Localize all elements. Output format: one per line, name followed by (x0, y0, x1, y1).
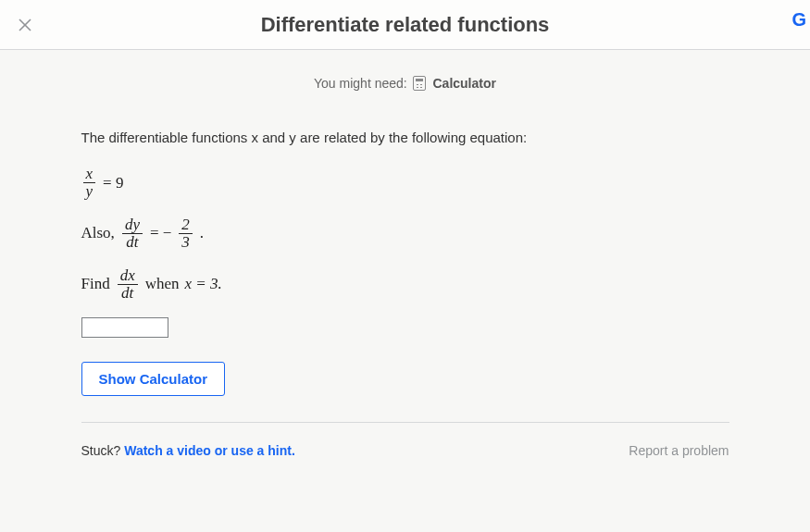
equation-3: Find dx dt when x = 3. (81, 267, 729, 302)
eq2-num: dy (122, 217, 143, 233)
eq3-prefix: Find (81, 275, 110, 293)
eq2-suffix: . (200, 224, 204, 242)
eq3-num: dx (118, 267, 138, 284)
eq1-num: x (83, 166, 96, 182)
eq2-prefix: Also, (81, 224, 115, 242)
eq1-den: y (83, 183, 96, 200)
eq3-den: dt (118, 285, 136, 302)
calculator-icon (413, 76, 426, 91)
equation-2: Also, dy dt = − 2 3 . (81, 217, 729, 251)
eq3-cond: x = 3. (185, 275, 222, 293)
report-problem-link[interactable]: Report a problem (629, 443, 729, 458)
need-tool: Calculator (433, 76, 496, 91)
footer-row: Stuck? Watch a video or use a hint. Repo… (81, 443, 729, 458)
header-bar: Differentiate related functions G (0, 0, 810, 50)
you-might-need: You might need: Calculator (0, 76, 810, 93)
need-prefix: You might need: (314, 76, 407, 91)
eq2-rnum: 2 (179, 217, 193, 233)
close-icon[interactable] (17, 17, 33, 33)
eq1-rhs: = 9 (103, 174, 123, 192)
eq2-mid: = − (150, 224, 171, 242)
problem-intro: The differentiable functions x and y are… (81, 130, 729, 145)
corner-badge: G (791, 9, 806, 31)
show-calculator-button[interactable]: Show Calculator (81, 362, 226, 396)
problem-content: The differentiable functions x and y are… (72, 130, 739, 458)
page-title: Differentiate related functions (0, 13, 810, 37)
eq2-den: dt (123, 234, 141, 251)
equation-1: x y = 9 (81, 166, 729, 200)
eq2-rden: 3 (179, 234, 193, 251)
answer-input[interactable] (81, 317, 168, 338)
hint-link[interactable]: Watch a video or use a hint. (124, 443, 295, 458)
divider (81, 422, 729, 423)
eq3-when: when (145, 275, 180, 293)
stuck-label: Stuck? (81, 443, 121, 458)
